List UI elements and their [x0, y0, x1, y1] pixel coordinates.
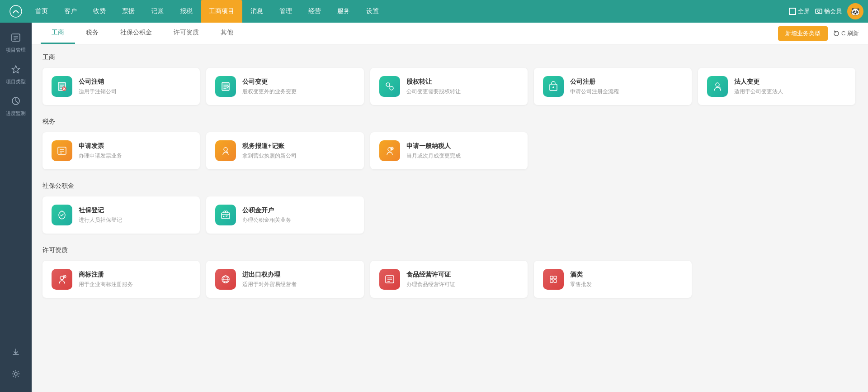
card-desc-liquor: 零售批发 [570, 281, 592, 288]
card-title-general-taxpayer: 申请一般纳税人 [406, 142, 461, 150]
card-text-provident-fund: 公积金开户 办理公积金相关业务 [242, 206, 291, 224]
fullscreen-label: 全屏 [798, 7, 810, 15]
sidebar-bottom [7, 343, 25, 392]
card-general-taxpayer[interactable]: 申请一般纳税人 当月或次月成变更完成 [370, 132, 528, 169]
top-navbar: 首页 客户 收费 票据 记账 报税 工商项目 消息 管理 经营 服务 设置 全屏… [0, 0, 868, 23]
tab-shebao[interactable]: 社保公积金 [109, 23, 163, 44]
card-icon-trademark [52, 269, 72, 290]
card-title-company-cancel: 公司注销 [79, 78, 117, 86]
card-text-company-cancel: 公司注销 适用于注销公司 [79, 78, 117, 96]
section-title-gongshang: 工商 [42, 53, 857, 62]
svg-rect-53 [554, 280, 557, 282]
nav-management[interactable]: 管理 [271, 0, 300, 23]
card-icon-equity-transfer [379, 76, 400, 97]
sidebar-item-progress[interactable]: 进度监测 [0, 91, 32, 122]
card-company-register[interactable]: 公司注册 申请公司注册全流程 [534, 68, 691, 105]
tab-bar: 工商 税务 社保公积金 许可资质 其他 新增业务类型 C 刷新 [32, 23, 868, 44]
card-title-company-register: 公司注册 [570, 78, 619, 86]
card-desc-food-license: 办理食品经营许可证 [406, 281, 455, 288]
refresh-button[interactable]: C 刷新 [833, 29, 859, 38]
card-title-legal-change: 法人变更 [734, 78, 783, 86]
tab-actions: 新增业务类型 C 刷新 [778, 26, 859, 41]
card-icon-tax-report [215, 140, 236, 161]
nav-message[interactable]: 消息 [242, 0, 271, 23]
nav-right: 全屏 畅会员 🐼 [789, 3, 863, 19]
card-icon-food-license [379, 269, 400, 290]
nav-client[interactable]: 客户 [56, 0, 85, 23]
svg-point-19 [386, 83, 390, 86]
card-desc-equity-transfer: 公司变更需要股权转让 [406, 88, 461, 96]
card-equity-transfer[interactable]: 股权转让 公司变更需要股权转让 [370, 68, 528, 105]
card-desc-invoice-apply: 办理申请发票业务 [79, 152, 122, 160]
card-title-import-export: 进出口权办理 [242, 271, 297, 279]
nav-fee[interactable]: 收费 [85, 0, 114, 23]
card-tax-report[interactable]: 税务报道+记账 拿到营业执照的新公司 [206, 132, 363, 169]
sidebar-settings-button[interactable] [7, 365, 25, 383]
card-provident-fund[interactable]: 公积金开户 办理公积金相关业务 [206, 196, 363, 234]
cards-grid-xuke: 商标注册 用于企业商标注册服务 [42, 261, 857, 298]
card-text-liquor: 酒类 零售批发 [570, 271, 592, 288]
card-icon-provident-fund [215, 205, 236, 225]
card-title-social-insurance: 社保登记 [79, 206, 122, 215]
sidebar-download-button[interactable] [7, 343, 25, 361]
card-import-export[interactable]: 进出口权办理 适用于对外贸易经营者 [206, 261, 363, 298]
card-desc-legal-change: 适用于公司变更法人 [734, 88, 783, 96]
card-desc-trademark: 用于企业商标注册服务 [79, 281, 133, 288]
content-area: 工商 税务 社保公积金 许可资质 其他 新增业务类型 C 刷新 工 [32, 23, 868, 392]
sidebar-item-project-mgmt[interactable]: 项目管理 [0, 27, 32, 59]
svg-point-20 [390, 86, 393, 90]
nav-tax[interactable]: 报税 [172, 0, 201, 23]
tab-gongshang[interactable]: 工商 [41, 23, 75, 44]
member-button[interactable]: 畅会员 [815, 7, 842, 15]
card-icon-company-change [215, 76, 236, 97]
card-text-food-license: 食品经营许可证 办理食品经营许可证 [406, 271, 455, 288]
card-icon-import-export [215, 269, 236, 290]
nav-home[interactable]: 首页 [27, 0, 56, 23]
add-type-button[interactable]: 新增业务类型 [778, 26, 828, 41]
sidebar-item-project-type[interactable]: 项目类型 [0, 59, 32, 91]
nav-accounting[interactable]: 记账 [143, 0, 172, 23]
card-text-general-taxpayer: 申请一般纳税人 当月或次月成变更完成 [406, 142, 461, 160]
card-legal-change[interactable]: 法人变更 适用于公司变更法人 [698, 68, 855, 105]
card-desc-social-insurance: 进行人员社保登记 [79, 216, 122, 224]
svg-point-25 [716, 83, 719, 86]
project-mgmt-icon [11, 33, 21, 45]
card-title-invoice-apply: 申请发票 [79, 142, 122, 150]
svg-point-30 [224, 148, 227, 151]
progress-icon [11, 96, 21, 108]
card-invoice-apply[interactable]: 申请发票 办理申请发票业务 [42, 132, 200, 169]
card-icon-company-register [543, 76, 564, 97]
card-icon-social-insurance [52, 205, 72, 225]
tab-other[interactable]: 其他 [210, 23, 244, 44]
tab-xuke[interactable]: 许可资质 [163, 23, 210, 44]
cards-grid-shebao: 社保登记 进行人员社保登记 [42, 196, 857, 234]
fullscreen-button[interactable]: 全屏 [789, 7, 810, 15]
app-logo [5, 0, 27, 23]
nav-bill[interactable]: 票据 [114, 0, 143, 23]
card-company-cancel[interactable]: 公司注销 适用于注销公司 [42, 68, 200, 105]
section-title-shuiwu: 税务 [42, 118, 857, 126]
project-type-icon [11, 64, 21, 76]
card-text-social-insurance: 社保登记 进行人员社保登记 [79, 206, 122, 224]
nav-settings[interactable]: 设置 [358, 0, 387, 23]
section-title-xuke: 许可资质 [42, 246, 857, 254]
tab-shuiwu[interactable]: 税务 [75, 23, 109, 44]
tabs: 工商 税务 社保公积金 许可资质 其他 [41, 23, 244, 44]
main-layout: 项目管理 项目类型 进度监测 [0, 23, 868, 392]
cards-grid-gongshang: 公司注销 适用于注销公司 公司变更 股权变更外的业务变更 [42, 68, 857, 105]
user-avatar[interactable]: 🐼 [847, 3, 863, 19]
card-icon-general-taxpayer [379, 140, 400, 161]
card-trademark[interactable]: 商标注册 用于企业商标注册服务 [42, 261, 200, 298]
card-desc-company-register: 申请公司注册全流程 [570, 88, 619, 96]
nav-service[interactable]: 服务 [329, 0, 358, 23]
svg-rect-50 [550, 276, 553, 279]
nav-operation[interactable]: 经营 [300, 0, 329, 23]
svg-rect-52 [550, 280, 553, 282]
card-food-license[interactable]: 食品经营许可证 办理食品经营许可证 [370, 261, 528, 298]
sidebar-label-project-type: 项目类型 [6, 78, 26, 85]
card-social-insurance[interactable]: 社保登记 进行人员社保登记 [42, 196, 200, 234]
card-liquor[interactable]: 酒类 零售批发 [534, 261, 691, 298]
svg-rect-1 [789, 8, 796, 14]
card-company-change[interactable]: 公司变更 股权变更外的业务变更 [206, 68, 363, 105]
nav-bizproject[interactable]: 工商项目 [201, 0, 242, 23]
